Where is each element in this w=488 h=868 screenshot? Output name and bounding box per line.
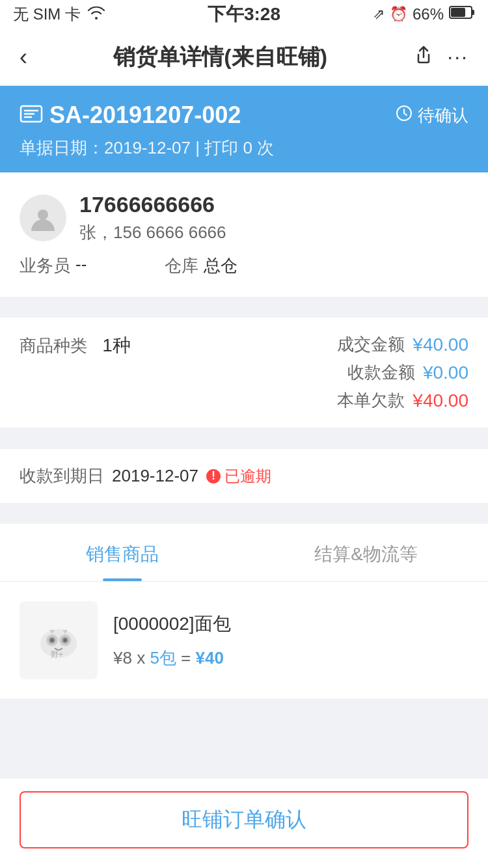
receipt-amount-value: ¥0.00 <box>423 362 468 383</box>
alarm-icon: ⏰ <box>390 6 407 23</box>
equals-text: = <box>181 648 195 668</box>
status-left: 无 SIM 卡 <box>13 4 105 25</box>
share-button[interactable] <box>413 44 434 70</box>
deal-amount-label: 成交金额 <box>337 333 405 356</box>
back-button[interactable]: ‹ <box>20 44 27 71</box>
summary-card: 商品种类 1种 成交金额 ¥40.00 收款金额 ¥0.00 本单欠款 ¥40.… <box>0 318 488 427</box>
product-name: [0000002]面包 <box>113 612 468 636</box>
carrier-text: 无 SIM 卡 <box>13 4 81 25</box>
product-price: ¥8 x 5包 = ¥40 <box>113 647 468 670</box>
location-icon: ⇗ <box>373 6 385 23</box>
divider-3 <box>0 503 488 513</box>
warehouse-label: 仓库 <box>165 254 198 277</box>
customer-card: 17666666666 张，156 6666 6666 业务员 -- 仓库 总仓 <box>0 172 488 297</box>
overdue-badge: ! 已逾期 <box>206 466 271 487</box>
wifi-icon <box>87 5 105 23</box>
product-info: [0000002]面包 ¥8 x 5包 = ¥40 <box>113 612 468 670</box>
product-item: 野+ [0000002]面包 ¥8 x 5包 = ¥40 <box>0 582 488 699</box>
clock-icon <box>396 105 413 126</box>
total-text: ¥40 <box>196 648 224 668</box>
due-date-label: 收款到期日 <box>20 465 104 487</box>
nav-title: 销货单详情(来自旺铺) <box>113 42 327 72</box>
svg-text:野+: 野+ <box>51 650 63 659</box>
owed-amount-value: ¥40.00 <box>413 390 468 411</box>
battery-text: 66% <box>413 5 444 23</box>
divider-1 <box>0 307 488 318</box>
owed-amount-label: 本单欠款 <box>337 389 405 412</box>
svg-point-12 <box>64 639 67 642</box>
svg-point-11 <box>51 639 54 642</box>
order-id: SA-20191207-002 <box>20 102 241 129</box>
status-right: ⇗ ⏰ 66% <box>373 5 475 23</box>
overdue-text: 已逾期 <box>224 466 271 487</box>
divider-2 <box>0 438 488 448</box>
salesperson-label: 业务员 <box>20 254 70 277</box>
due-date-value: 2019-12-07 <box>112 466 198 486</box>
order-header-card: SA-20191207-002 待确认 单据日期：2019-12-07 | 打印… <box>0 86 488 172</box>
customer-phone: 17666666666 <box>79 192 226 217</box>
qty-text: 5包 <box>150 648 176 668</box>
price-text: ¥8 x <box>113 648 150 668</box>
svg-rect-1 <box>472 10 474 15</box>
nav-actions: ··· <box>413 44 468 70</box>
deal-amount-value: ¥40.00 <box>413 334 468 355</box>
product-type-label: 商品种类 1种 <box>20 333 131 358</box>
nav-bar: ‹ 销货单详情(来自旺铺) ··· <box>0 29 488 86</box>
svg-point-5 <box>38 210 48 220</box>
more-button[interactable]: ··· <box>447 45 468 69</box>
confirm-order-button[interactable]: 旺铺订单确认 <box>20 791 468 848</box>
product-type-value: 1种 <box>102 335 131 355</box>
warehouse-value: 总仓 <box>204 254 237 277</box>
bottom-bar: 旺铺订单确认 <box>0 778 488 868</box>
salesperson-value: -- <box>75 254 87 277</box>
order-status: 待确认 <box>396 104 468 127</box>
tab-settlement-logistics[interactable]: 结算&物流等 <box>244 524 488 581</box>
customer-meta: 业务员 -- 仓库 总仓 <box>20 254 468 277</box>
order-date: 单据日期：2019-12-07 | 打印 0 次 <box>20 137 468 159</box>
product-thumbnail: 野+ <box>20 601 98 679</box>
overdue-icon: ! <box>206 469 221 483</box>
product-list: 野+ [0000002]面包 ¥8 x 5包 = ¥40 <box>0 582 488 699</box>
status-bar: 无 SIM 卡 下午3:28 ⇗ ⏰ 66% <box>0 0 488 29</box>
customer-avatar <box>20 195 66 241</box>
status-time: 下午3:28 <box>208 2 280 27</box>
customer-name: 张，156 6666 6666 <box>79 221 226 244</box>
battery-icon <box>449 5 475 23</box>
due-date-card: 收款到期日 2019-12-07 ! 已逾期 <box>0 448 488 503</box>
tab-sales-products[interactable]: 销售商品 <box>0 524 244 581</box>
summary-amounts: 成交金额 ¥40.00 收款金额 ¥0.00 本单欠款 ¥40.00 <box>337 333 468 412</box>
product-tabs: 销售商品 结算&物流等 <box>0 524 488 582</box>
order-icon <box>20 102 43 129</box>
receipt-amount-label: 收款金额 <box>347 361 415 384</box>
svg-rect-2 <box>451 8 465 17</box>
